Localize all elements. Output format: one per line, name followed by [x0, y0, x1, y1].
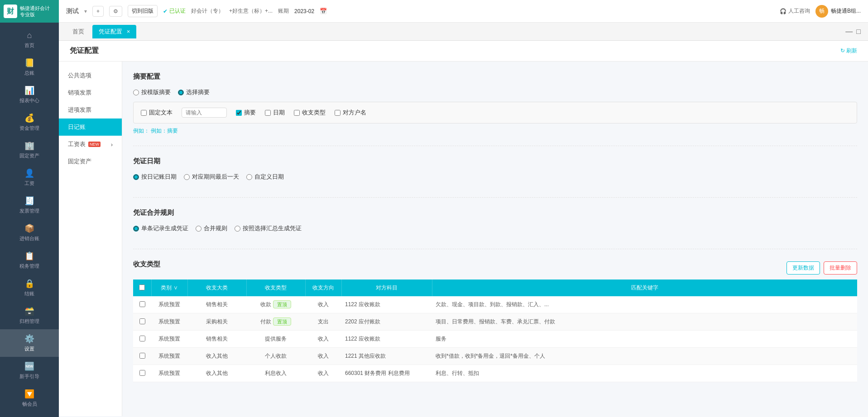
sidebar-invoice-label: 发票管理: [19, 208, 39, 214]
sidebar-item-report[interactable]: 📊 报表中心: [0, 81, 59, 109]
checkbox-fixed-input[interactable]: [141, 110, 147, 116]
sidebar-item-tax[interactable]: 📋 税务管理: [0, 246, 59, 274]
checkbox-date-input[interactable]: [265, 110, 271, 116]
checkbox-type[interactable]: 收支类型: [294, 109, 326, 117]
radio-summary-generate[interactable]: 按照选择汇总生成凭证: [235, 224, 302, 232]
radio-custom-date[interactable]: 自定义日期: [246, 173, 284, 181]
sidebar-item-fund[interactable]: 💰 资金管理: [0, 109, 59, 136]
tab-close-icon[interactable]: ×: [127, 28, 130, 35]
cell-small-type-3: 个人收款: [246, 348, 305, 365]
sidebar-item-archive[interactable]: 🗃️ 归档管理: [0, 302, 59, 329]
checkbox-summary[interactable]: 摘要: [236, 109, 256, 117]
checkbox-counterpart[interactable]: 对方户名: [335, 109, 366, 117]
sidebar-member-label: 畅会员: [22, 401, 37, 408]
type-label: 收支类型: [302, 109, 326, 117]
row-checkbox-3[interactable]: [139, 353, 145, 359]
sidebar-item-member[interactable]: 🔽 畅会员: [0, 384, 59, 412]
ledger-icon: 📒: [24, 58, 34, 68]
sidebar-item-settings[interactable]: ⚙️ 设置: [0, 329, 59, 357]
radio-single-record[interactable]: 单条记录生成凭证: [133, 224, 188, 232]
accounting-type: 好会计（专）: [191, 7, 224, 15]
tab-home[interactable]: 首页: [66, 25, 91, 38]
checkbox-date[interactable]: 日期: [265, 109, 285, 117]
calendar-icon[interactable]: 📅: [320, 8, 327, 14]
cell-account-4: 660301 财务费用 利息费用: [341, 365, 432, 382]
left-nav-fixed-assets[interactable]: 固定资产: [59, 153, 122, 170]
tag-top-0[interactable]: 置顶: [273, 300, 291, 308]
checkbox-fixed-text[interactable]: 固定文本: [141, 109, 173, 117]
user-area[interactable]: 畅 畅捷通B组...: [815, 5, 861, 18]
radio-diary-date-input[interactable]: [133, 174, 139, 180]
radio-period-last[interactable]: 对应期间最后一天: [184, 173, 239, 181]
cell-big-type-2: 销售相关: [187, 331, 246, 348]
row-checkbox-0[interactable]: [139, 301, 145, 307]
left-nav-public[interactable]: 公共选项: [59, 67, 122, 84]
help-button[interactable]: 🎧 人工咨询: [780, 7, 810, 15]
batch-delete-button[interactable]: 批量删除: [824, 261, 857, 275]
assets-icon: 🏢: [24, 141, 34, 151]
topbar-arrow-icon[interactable]: ▾: [84, 8, 87, 14]
radio-template-input[interactable]: [133, 90, 139, 95]
radio-custom-date-input[interactable]: [246, 174, 252, 180]
business-type: +好生意（标）+...: [229, 7, 273, 15]
cell-big-type-4: 收入其他: [187, 365, 246, 382]
radio-diary-date[interactable]: 按日记账日期: [133, 173, 177, 181]
update-data-button[interactable]: 更新数据: [786, 261, 820, 275]
sidebar-item-salary[interactable]: 👤 工资: [0, 164, 59, 191]
sidebar-item-ledger[interactable]: 📒 总账: [0, 53, 59, 81]
table-header-row: 收支类型 更新数据 批量删除: [133, 260, 857, 276]
left-nav-diary[interactable]: 日记账: [59, 118, 122, 136]
switch-version-button[interactable]: 切到旧版: [128, 5, 158, 17]
cell-direction-1: 支出: [305, 313, 341, 331]
merge-title: 凭证合并规则: [133, 208, 857, 217]
radio-template[interactable]: 按模版摘要: [133, 88, 171, 96]
sidebar-item-purchase[interactable]: 📦 进销台账: [0, 219, 59, 246]
date-radio-group: 按日记账日期 对应期间最后一天 自定义日期: [133, 173, 857, 181]
minimize-icon[interactable]: —: [845, 28, 853, 36]
cell-account-2: 1122 应收账款: [341, 331, 432, 348]
row-checkbox-4[interactable]: [139, 370, 145, 376]
left-nav-purchase-invoice[interactable]: 进项发票: [59, 101, 122, 118]
row-checkbox-1[interactable]: [139, 318, 145, 324]
sidebar-item-home[interactable]: ⌂ 首页: [0, 26, 59, 53]
radio-template-label: 按模版摘要: [141, 88, 171, 96]
checkbox-counterpart-input[interactable]: [335, 110, 340, 116]
cell-keyword-0: 欠款、现金、项目款、到款、报销款、汇入、...: [432, 296, 857, 313]
tag-top-1[interactable]: 置顶: [273, 317, 291, 326]
radio-custom-date-label: 自定义日期: [254, 173, 284, 181]
merge-section: 凭证合并规则 单条记录生成凭证 合并规则: [133, 208, 857, 249]
sidebar-item-close[interactable]: 🔒 结账: [0, 274, 59, 302]
fixed-text-input[interactable]: [182, 108, 227, 118]
settings-button[interactable]: ⚙: [109, 6, 122, 17]
sidebar-item-guide[interactable]: 🆕 新手引导: [0, 357, 59, 384]
cell-keyword-3: 收到*借款，收到*备用金，退回*备用金、个人: [432, 348, 857, 365]
radio-select-input[interactable]: [178, 90, 184, 95]
radio-merge-rule[interactable]: 合并规则: [196, 224, 227, 232]
home-icon: ⌂: [27, 31, 32, 40]
radio-single-record-input[interactable]: [133, 226, 139, 232]
tab-voucher-config[interactable]: 凭证配置 ×: [92, 25, 136, 38]
refresh-icon: ↻: [840, 47, 845, 54]
radio-select[interactable]: 选择摘要: [178, 88, 210, 96]
radio-period-last-input[interactable]: [184, 174, 190, 180]
row-checkbox-2[interactable]: [139, 336, 145, 341]
radio-merge-rule-input[interactable]: [196, 226, 201, 232]
select-all-checkbox[interactable]: [139, 284, 145, 290]
checkbox-summary-input[interactable]: [236, 110, 242, 116]
report-icon: 📊: [24, 85, 34, 95]
add-button[interactable]: +: [92, 6, 104, 17]
left-nav-sales-invoice[interactable]: 销项发票: [59, 84, 122, 101]
invoice-icon: 🧾: [24, 196, 34, 206]
maximize-icon[interactable]: □: [856, 28, 861, 36]
sidebar-item-assets[interactable]: 🏢 固定资产: [0, 136, 59, 164]
refresh-button[interactable]: ↻ 刷新: [840, 47, 857, 55]
logo-sub: 专业版: [20, 11, 50, 18]
status-text: 已认证: [169, 7, 186, 15]
purchase-icon: 📦: [24, 223, 34, 233]
guide-icon: 🆕: [24, 361, 34, 371]
checkbox-type-input[interactable]: [294, 110, 300, 116]
radio-summary-generate-input[interactable]: [235, 226, 240, 232]
sidebar-item-invoice[interactable]: 🧾 发票管理: [0, 191, 59, 219]
income-table: 类别 ∨ 收支大类 收支类型 收支方向 对方科目 匹配关键字: [133, 280, 857, 382]
left-nav-salary[interactable]: 工资表 NEW ›: [59, 136, 122, 153]
